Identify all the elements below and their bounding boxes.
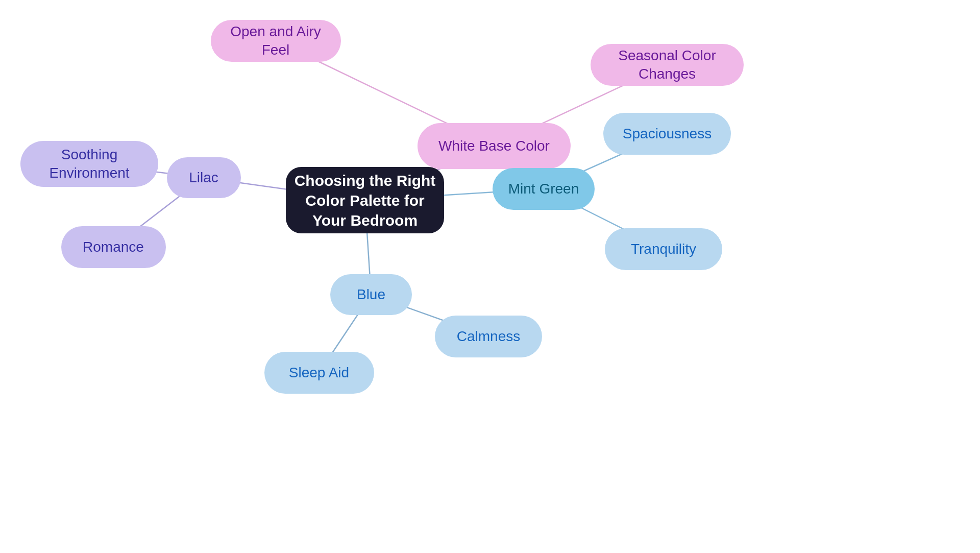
node-calmness[interactable]: Calmness — [435, 316, 542, 357]
connections-svg — [0, 0, 980, 553]
node-blue[interactable]: Blue — [330, 274, 412, 315]
node-soothing[interactable]: Soothing Environment — [20, 141, 158, 187]
node-center[interactable]: Choosing the Right Color Palette for You… — [286, 167, 444, 233]
node-label-blue: Blue — [352, 285, 390, 304]
node-label-mint-green: Mint Green — [503, 180, 584, 198]
node-white-base[interactable]: White Base Color — [418, 123, 571, 169]
node-sleep-aid[interactable]: Sleep Aid — [264, 352, 374, 394]
node-label-soothing: Soothing Environment — [20, 146, 158, 183]
node-label-sleep-aid: Sleep Aid — [284, 364, 354, 382]
node-label-open-airy: Open and Airy Feel — [211, 22, 341, 60]
node-seasonal[interactable]: Seasonal Color Changes — [591, 44, 744, 86]
node-label-white-base: White Base Color — [433, 137, 555, 155]
node-spaciousness[interactable]: Spaciousness — [603, 113, 731, 155]
node-romance[interactable]: Romance — [61, 226, 166, 268]
node-lilac[interactable]: Lilac — [167, 157, 241, 198]
node-tranquility[interactable]: Tranquility — [605, 228, 722, 270]
node-open-airy[interactable]: Open and Airy Feel — [211, 20, 341, 62]
node-label-spaciousness: Spaciousness — [618, 125, 717, 143]
node-label-seasonal: Seasonal Color Changes — [591, 46, 744, 84]
node-label-center: Choosing the Right Color Palette for You… — [286, 171, 444, 230]
node-mint-green[interactable]: Mint Green — [493, 168, 595, 210]
node-label-lilac: Lilac — [184, 169, 224, 187]
node-label-romance: Romance — [78, 238, 149, 256]
node-label-calmness: Calmness — [452, 327, 525, 346]
node-label-tranquility: Tranquility — [626, 240, 701, 258]
